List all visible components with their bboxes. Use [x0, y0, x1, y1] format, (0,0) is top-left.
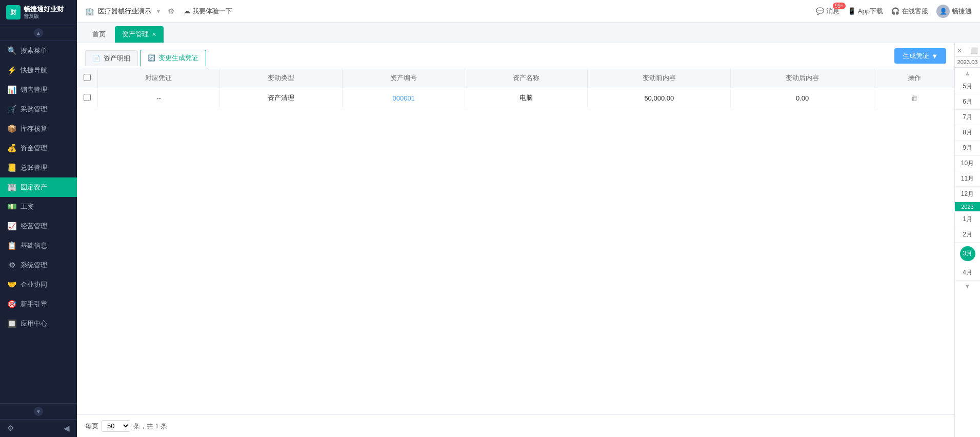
table-container: 对应凭证 变动类型 资产编号 资产名称 变动前内容 变动后内容 操作 — [77, 68, 954, 414]
generate-voucher-btn[interactable]: 生成凭证 ▼ — [894, 48, 946, 64]
company-name[interactable]: 医疗器械行业演示 — [98, 7, 151, 16]
tab-home[interactable]: 首页 — [85, 26, 113, 43]
sidebar-item-ledger[interactable]: 📒 总账管理 — [0, 158, 77, 177]
cal-scroll-up[interactable]: ▲ — [955, 68, 980, 79]
col-asset-name: 资产名称 — [465, 68, 588, 88]
app-download-label: App下载 — [858, 7, 883, 16]
feedback-label: 我要体验一下 — [192, 7, 232, 16]
app-download-icon: 📱 — [848, 7, 856, 15]
online-service-icon: 🎧 — [891, 7, 899, 15]
messages-btn[interactable]: 💬 消息 99+ — [816, 7, 839, 16]
sidebar-item-inventory[interactable]: 📦 库存核算 — [0, 119, 77, 138]
sidebar-icon-search: 🔍 — [7, 46, 16, 55]
cal-year-2023[interactable]: 2023 — [955, 202, 980, 212]
settings-gear-icon[interactable]: ⚙ — [168, 7, 174, 16]
sidebar-item-system[interactable]: ⚙ 系统管理 — [0, 255, 77, 275]
sidebar-label-system: 系统管理 — [21, 261, 47, 270]
collapse-icon[interactable]: ◀ — [64, 424, 70, 433]
main-area: 🏢 医疗器械行业演示 ▼ ⚙ ☁ 我要体验一下 💬 消息 99+ 📱 App下载… — [77, 0, 980, 437]
pagination: 每页 10 20 50 100 条，共 1 条 — [77, 414, 954, 437]
cal-month-10[interactable]: 10月 — [955, 156, 980, 171]
sidebar-item-purchase[interactable]: 🛒 采购管理 — [0, 100, 77, 119]
logo-icon: 财 — [6, 5, 21, 19]
sidebar-item-quick-nav[interactable]: ⚡ 快捷导航 — [0, 61, 77, 80]
sidebar-item-payroll[interactable]: 💵 工资 — [0, 197, 77, 216]
user-area[interactable]: 👤 畅捷通 — [936, 5, 972, 18]
tab-close-icon[interactable]: ✕ — [152, 31, 156, 38]
sidebar-item-finance[interactable]: 💰 资金管理 — [0, 138, 77, 158]
topbar-right: 💬 消息 99+ 📱 App下载 🎧 在线客服 👤 畅捷通 — [816, 5, 972, 18]
cal-month-1[interactable]: 1月 — [955, 212, 980, 227]
panel-expand-icon[interactable]: ⬜ — [970, 47, 978, 54]
sidebar-label-search: 搜索菜单 — [21, 46, 47, 55]
select-all-checkbox[interactable] — [84, 74, 91, 81]
cell-asset-code: 000001 — [343, 88, 465, 108]
sidebar-icon-fixed-assets: 🏢 — [7, 183, 16, 192]
sidebar-item-app-center[interactable]: 🔲 应用中心 — [0, 314, 77, 333]
sidebar-label-inventory: 库存核算 — [21, 124, 47, 133]
cell-action: 🗑 — [874, 88, 954, 108]
messages-icon: 💬 — [816, 7, 824, 15]
col-checkbox — [77, 68, 97, 88]
feedback-btn[interactable]: ☁ 我要体验一下 — [184, 7, 232, 16]
cal-month-8[interactable]: 8月 — [955, 125, 980, 141]
cal-month-3-wrapper: 3月 — [955, 243, 980, 265]
sub-tab-asset-detail[interactable]: 📄 资产明细 — [85, 50, 138, 66]
cal-month-5[interactable]: 5月 — [955, 79, 980, 94]
tab-asset-management-label: 资产管理 — [122, 30, 149, 39]
row-checkbox-cell — [77, 88, 97, 108]
per-page-select[interactable]: 10 20 50 100 — [102, 420, 130, 432]
online-service-btn[interactable]: 🎧 在线客服 — [891, 7, 928, 16]
cal-month-11[interactable]: 11月 — [955, 171, 980, 187]
cal-month-12[interactable]: 12月 — [955, 187, 980, 202]
sidebar-item-fixed-assets[interactable]: 🏢 固定资产 — [0, 177, 77, 197]
settings-icon[interactable]: ⚙ — [7, 424, 14, 433]
col-action: 操作 — [874, 68, 954, 88]
tab-asset-management[interactable]: 资产管理 ✕ — [115, 26, 164, 43]
topbar: 🏢 医疗器械行业演示 ▼ ⚙ ☁ 我要体验一下 💬 消息 99+ 📱 App下载… — [77, 0, 980, 23]
calendar-title: 2023.03 — [955, 57, 980, 68]
sidebar-label-payroll: 工资 — [21, 202, 34, 211]
cal-month-4[interactable]: 4月 — [955, 265, 980, 281]
cal-month-3[interactable]: 3月 — [960, 246, 975, 262]
cal-month-7[interactable]: 7月 — [955, 110, 980, 125]
cal-month-9[interactable]: 9月 — [955, 141, 980, 156]
sidebar-item-operations[interactable]: 📈 经营管理 — [0, 216, 77, 236]
col-asset-code: 资产编号 — [343, 68, 465, 88]
company-icon: 🏢 — [85, 7, 94, 15]
sidebar-item-guide[interactable]: 🎯 新手引导 — [0, 294, 77, 314]
sidebar-item-cooperation[interactable]: 🤝 企业协同 — [0, 275, 77, 294]
sidebar-icon-app-center: 🔲 — [7, 319, 16, 328]
col-voucher: 对应凭证 — [97, 68, 220, 88]
sidebar-item-basic-info[interactable]: 📋 基础信息 — [0, 236, 77, 255]
sidebar-bottom: ⚙ ◀ — [0, 419, 77, 437]
sidebar-icon-guide: 🎯 — [7, 300, 16, 309]
sub-tabs: 📄 资产明细 🔄 变更生成凭证 生成凭证 ▼ — [77, 43, 954, 68]
sidebar-scroll-up[interactable]: ▲ — [34, 28, 43, 37]
delete-icon[interactable]: 🗑 — [911, 94, 918, 102]
right-panel-header: ✕ ⬜ — [955, 43, 980, 57]
tabs-bar: 首页 资产管理 ✕ — [77, 23, 980, 43]
panel-close-icon[interactable]: ✕ — [957, 47, 962, 54]
table-row: -- 资产清理 000001 电脑 50,000.00 0.00 🗑 — [77, 88, 954, 108]
sub-tab-change-voucher[interactable]: 🔄 变更生成凭证 — [140, 50, 206, 67]
sidebar-icon-cooperation: 🤝 — [7, 280, 16, 289]
cal-month-2[interactable]: 2月 — [955, 227, 980, 243]
logo-text: 畅捷通好业财 普及版 — [24, 5, 64, 19]
sidebar-scroll-down[interactable]: ▼ — [34, 407, 43, 416]
generate-voucher-label: 生成凭证 — [903, 51, 929, 61]
sub-tab-asset-detail-label: 资产明细 — [104, 54, 130, 63]
app-download-btn[interactable]: 📱 App下载 — [848, 7, 883, 16]
cal-scroll-down[interactable]: ▼ — [955, 281, 980, 292]
sidebar-item-sales[interactable]: 📊 销售管理 — [0, 80, 77, 100]
company-dropdown-icon[interactable]: ▼ — [155, 8, 162, 15]
sidebar-icon-basic-info: 📋 — [7, 241, 16, 250]
row-checkbox[interactable] — [84, 94, 91, 101]
sidebar-icon-operations: 📈 — [7, 222, 16, 231]
sidebar-icon-quick-nav: ⚡ — [7, 66, 16, 75]
cal-month-6[interactable]: 6月 — [955, 94, 980, 110]
sidebar-icon-inventory: 📦 — [7, 124, 16, 133]
sidebar-item-search[interactable]: 🔍 搜索菜单 — [0, 41, 77, 61]
right-panel: ✕ ⬜ 2023.03 ▲ 5月 6月 7月 8月 9月 10月 11月 12月… — [954, 43, 980, 437]
user-name: 畅捷通 — [952, 7, 972, 16]
